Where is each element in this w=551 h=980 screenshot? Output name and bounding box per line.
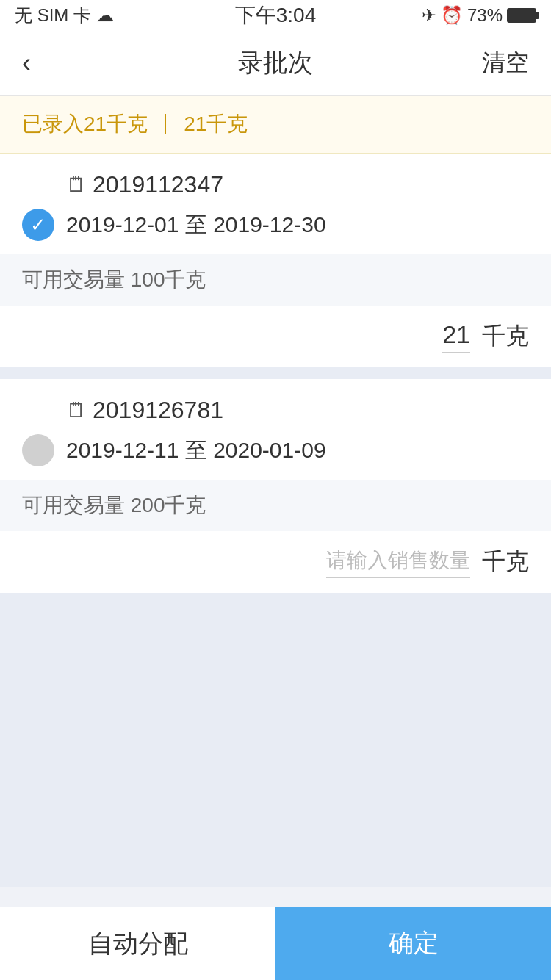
radio-btn-1[interactable]: ✓	[22, 209, 54, 241]
batch-id-row-2: 🗒 2019126781	[66, 397, 529, 424]
qty-underline-1: 21	[442, 320, 470, 353]
summary-divider	[165, 114, 166, 134]
batch-doc-icon-2: 🗒	[66, 398, 87, 422]
batch-date-1: 2019-12-01 至 2019-12-30	[66, 210, 326, 240]
radio-btn-2[interactable]	[22, 434, 54, 466]
sim-label: 无 SIM 卡 ☁	[15, 4, 114, 27]
qty-row-1: 21 千克	[0, 306, 551, 367]
page-title: 录批次	[238, 46, 313, 80]
empty-area	[0, 593, 551, 887]
batch-id-1: 2019112347	[93, 171, 223, 198]
status-right: ✈ ⏰ 73%	[422, 5, 536, 26]
summary-recorded-label: 已录入21千克	[22, 110, 148, 138]
batch-date-row-1: ✓ 2019-12-01 至 2019-12-30	[22, 209, 529, 241]
bottom-actions: 自动分配 确定	[0, 907, 551, 980]
clear-button[interactable]: 清空	[482, 47, 529, 79]
battery-icon	[507, 8, 536, 23]
qty-placeholder-2: 请输入销售数量	[326, 549, 470, 572]
qty-unit-1: 千克	[482, 320, 529, 353]
status-time: 下午3:04	[235, 1, 317, 29]
checkmark-icon-1: ✓	[30, 214, 46, 237]
battery-percent: 73%	[467, 5, 503, 26]
available-label-2: 可用交易量 200千克	[22, 494, 206, 516]
clock-icon: ⏰	[441, 5, 463, 26]
batch-date-2: 2019-12-11 至 2020-01-09	[66, 436, 326, 466]
confirm-button[interactable]: 确定	[276, 907, 551, 980]
available-label-1: 可用交易量 100千克	[22, 268, 206, 291]
summary-bar: 已录入21千克 21千克	[0, 96, 551, 154]
available-row-2: 可用交易量 200千克	[0, 480, 551, 531]
qty-unit-2: 千克	[482, 546, 529, 578]
qty-row-2: 请输入销售数量 千克	[0, 531, 551, 593]
nav-bar: ‹ 录批次 清空	[0, 31, 551, 96]
qty-input-1[interactable]: 21	[442, 320, 470, 348]
batch-doc-icon-1: 🗒	[66, 173, 87, 197]
section-separator	[0, 367, 551, 379]
auto-distribute-button[interactable]: 自动分配	[0, 907, 276, 980]
batch-id-2: 2019126781	[93, 397, 223, 424]
available-row-1: 可用交易量 100千克	[0, 254, 551, 306]
qty-underline-2: 请输入销售数量	[326, 546, 470, 578]
status-bar: 无 SIM 卡 ☁ 下午3:04 ✈ ⏰ 73%	[0, 0, 551, 31]
status-left: 无 SIM 卡 ☁	[15, 4, 114, 27]
batch-item-2: 🗒 2019126781 2019-12-11 至 2020-01-09 可用交…	[0, 379, 551, 593]
content-area: 🗒 2019112347 ✓ 2019-12-01 至 2019-12-30 可…	[0, 154, 551, 960]
location-icon: ✈	[422, 5, 436, 26]
batch-id-row-1: 🗒 2019112347	[66, 171, 529, 198]
summary-value: 21千克	[184, 110, 248, 138]
back-button[interactable]: ‹	[22, 48, 31, 79]
batch-date-row-2: 2019-12-11 至 2020-01-09	[22, 434, 529, 466]
batch-item-1: 🗒 2019112347 ✓ 2019-12-01 至 2019-12-30 可…	[0, 154, 551, 367]
